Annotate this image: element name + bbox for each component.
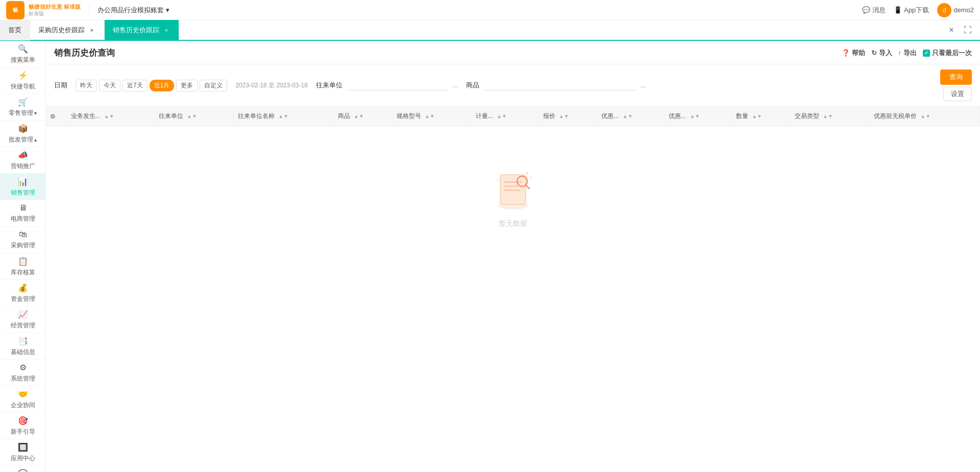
- partner-filter: 往来单位 ...: [316, 80, 458, 90]
- sidebar-item-wholesale-mgmt[interactable]: 📦 批发管理 ▴: [0, 121, 45, 147]
- chat-button[interactable]: 💬 消息: [862, 6, 886, 15]
- avatar-initial: d: [943, 7, 946, 14]
- sidebar-item-enterprise-collab[interactable]: 🤝 企业协同: [0, 386, 45, 413]
- sidebar-item-basic-info[interactable]: 📑 基础信息: [0, 333, 45, 360]
- import-button[interactable]: ↻ 导入: [871, 49, 892, 58]
- app-download-button[interactable]: 📱 App下载: [894, 6, 929, 15]
- quick-nav-icon: ⚡: [18, 70, 28, 80]
- col-unit[interactable]: 计量... ▲▼: [471, 107, 538, 126]
- basic-info-icon: 📑: [18, 336, 28, 346]
- sidebar-item-enterprise-wechat[interactable]: 💬 企业微信: [0, 466, 45, 472]
- only-last-checkbox[interactable]: ✓ 只看最后一次: [923, 49, 972, 58]
- table-wrapper: ⚙ 业务发生... ▲▼ 往来单位 ▲▼ 往来单位名称: [46, 107, 980, 269]
- data-table: ⚙ 业务发生... ▲▼ 往来单位 ▲▼ 往来单位名称: [46, 107, 980, 269]
- help-button[interactable]: ❓ 帮助: [842, 49, 865, 58]
- filter-action-buttons: 查询 设置: [940, 69, 972, 101]
- svg-line-7: [526, 185, 529, 188]
- last7days-btn[interactable]: 近7天: [122, 80, 148, 91]
- sidebar-item-label: 基础信息: [11, 348, 35, 357]
- sidebar-item-label: 企业协同: [11, 401, 35, 410]
- retail-icon: 🛒: [18, 97, 28, 107]
- col-product[interactable]: 商品 ▲▼: [333, 107, 392, 126]
- col-quote[interactable]: 报价 ▲▼: [538, 107, 597, 126]
- tab-home[interactable]: 首页: [0, 20, 30, 40]
- sidebar-item-sales-mgmt[interactable]: 📊 销售管理: [0, 174, 45, 200]
- import-label: 导入: [879, 49, 892, 58]
- settings-button[interactable]: 设置: [943, 87, 972, 101]
- topbar-left: 畅 畅捷信好生意 标准版 标准版 办公用品行业模拟账套 ▾: [6, 1, 169, 19]
- help-icon: ❓: [842, 49, 850, 57]
- page-header: 销售历史价查询 ❓ 帮助 ↻ 导入 ↑ 导出: [46, 41, 980, 64]
- sidebar-item-operations[interactable]: 📈 经营管理: [0, 306, 45, 333]
- sidebar-item-app-center[interactable]: 🔲 应用中心: [0, 439, 45, 466]
- product-filter: 商品 ...: [466, 80, 646, 90]
- today-btn[interactable]: 今天: [99, 80, 120, 91]
- tab-purchase-history-close[interactable]: ×: [88, 26, 96, 34]
- query-button[interactable]: 查询: [940, 69, 972, 85]
- sidebar-item-finance[interactable]: 💰 资金管理: [0, 280, 45, 306]
- partner-input[interactable]: [347, 80, 449, 90]
- table-container: ⚙ 业务发生... ▲▼ 往来单位 ▲▼ 往来单位名称: [46, 107, 980, 472]
- col-biz-date[interactable]: 业务发生... ▲▼: [66, 107, 154, 126]
- tab-sales-history[interactable]: 销售历史价跟踪 ×: [105, 20, 179, 40]
- marketing-icon: 📣: [18, 150, 28, 160]
- tabbar-actions: × ⛶: [945, 24, 980, 36]
- close-all-tabs-button[interactable]: ×: [945, 24, 958, 36]
- yesterday-btn[interactable]: 昨天: [76, 80, 97, 91]
- svg-point-9: [530, 177, 531, 178]
- col-quantity[interactable]: 数量 ▲▼: [731, 107, 790, 126]
- checkbox-icon: ✓: [923, 50, 930, 57]
- topbar-right: 💬 消息 📱 App下载 d demo2: [862, 3, 974, 17]
- sidebar-item-label: 销售管理: [11, 188, 35, 197]
- table-header-row: ⚙ 业务发生... ▲▼ 往来单位 ▲▼ 往来单位名称: [46, 107, 980, 126]
- export-button[interactable]: ↑ 导出: [898, 49, 917, 58]
- col-partner-name[interactable]: 往来单位名称 ▲▼: [233, 107, 333, 126]
- sidebar-item-ecommerce[interactable]: 🖥 电商管理: [0, 200, 45, 227]
- app-center-icon: 🔲: [18, 442, 28, 452]
- sidebar-item-newcomer-guide[interactable]: 🎯 新手引导: [0, 413, 45, 439]
- svg-point-8: [526, 172, 528, 174]
- col-discount2[interactable]: 优惠... ▲▼: [665, 107, 732, 126]
- app-subtitle: 畅捷信好生意 标准版 标准版: [29, 3, 81, 17]
- inventory-icon: 📋: [18, 256, 28, 266]
- product-input[interactable]: [483, 80, 636, 90]
- sort-icon: ▲▼: [690, 114, 700, 119]
- col-discount1[interactable]: 优惠... ▲▼: [597, 107, 665, 126]
- sidebar-item-inventory[interactable]: 📋 库存核算: [0, 253, 45, 280]
- chevron-down-icon: ▾: [34, 110, 37, 116]
- col-pre-tax-price[interactable]: 优惠前无税单价 ▲▼: [869, 107, 979, 126]
- chat-icon: 💬: [862, 6, 870, 14]
- user-menu[interactable]: d demo2: [937, 3, 974, 17]
- sidebar-item-search-menu[interactable]: 🔍 搜索菜单: [0, 41, 45, 67]
- sidebar-item-marketing[interactable]: 📣 营销推广: [0, 147, 45, 174]
- sort-icon: ▲▼: [823, 114, 833, 119]
- col-settings[interactable]: ⚙: [46, 107, 66, 126]
- partner-ellipsis-btn[interactable]: ...: [453, 82, 458, 89]
- col-trade-type[interactable]: 交易类型 ▲▼: [790, 107, 869, 126]
- custom-btn[interactable]: 自定义: [200, 80, 227, 91]
- logo-icon: 畅: [6, 1, 24, 19]
- sidebar-item-system-mgmt[interactable]: ⚙ 系统管理: [0, 360, 45, 386]
- tab-purchase-history[interactable]: 采购历史价跟踪 ×: [30, 20, 105, 40]
- sidebar-item-quick-nav[interactable]: ⚡ 快捷导航: [0, 67, 45, 94]
- app-selector[interactable]: 办公用品行业模拟账套 ▾: [97, 6, 169, 15]
- product-label: 商品: [466, 81, 479, 90]
- more-btn[interactable]: 更多: [176, 80, 198, 91]
- sidebar-item-purchase-mgmt[interactable]: 🛍 采购管理: [0, 227, 45, 253]
- col-partner-code[interactable]: 往来单位 ▲▼: [154, 107, 233, 126]
- divider: [89, 5, 89, 15]
- maximize-button[interactable]: ⛶: [962, 24, 974, 36]
- sidebar-item-label: 快捷导航: [11, 82, 35, 91]
- sort-icon: ▲▼: [187, 114, 197, 119]
- sort-icon: ▲▼: [497, 114, 507, 119]
- partner-label: 往来单位: [316, 81, 342, 90]
- tab-sales-history-close[interactable]: ×: [162, 26, 170, 34]
- sidebar-item-retail-mgmt[interactable]: 🛒 零售管理 ▾: [0, 94, 45, 121]
- table-body: 暂无数据: [46, 126, 980, 270]
- last1month-btn[interactable]: 近1月: [150, 80, 175, 91]
- product-ellipsis-btn[interactable]: ...: [641, 82, 646, 89]
- empty-row: 暂无数据: [46, 126, 980, 270]
- tab-purchase-history-label: 采购历史价跟踪: [38, 26, 85, 35]
- title-actions: ❓ 帮助 ↻ 导入 ↑ 导出 ✓ 只看最后一: [842, 49, 972, 58]
- col-spec[interactable]: 规格型号 ▲▼: [392, 107, 471, 126]
